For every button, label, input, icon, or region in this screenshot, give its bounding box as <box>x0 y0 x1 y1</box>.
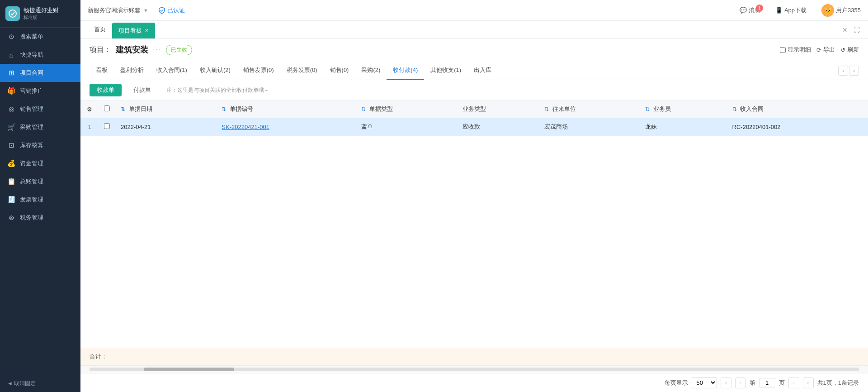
ledger-icon: 📋 <box>7 177 15 186</box>
column-income-contract-label: 收入合同 <box>740 105 764 112</box>
sidebar-item-search[interactable]: ⊙ 搜索菜单 <box>0 28 80 46</box>
app-download-button[interactable]: 📱 App下载 <box>775 6 807 14</box>
show-detail-checkbox[interactable]: 显示明细 <box>780 46 811 54</box>
row-income-contract: RC-20220401-002 <box>727 118 868 136</box>
sort-icon: ⇅ <box>361 106 366 112</box>
column-checkbox <box>99 100 115 118</box>
sidebar-item-quicknav[interactable]: ⌂ 快捷导航 <box>0 46 80 64</box>
subtab-kanban[interactable]: 看板 <box>90 61 114 80</box>
more-options-button[interactable]: ··· <box>153 46 161 54</box>
cart-icon: 🛒 <box>7 123 15 131</box>
maximize-window-button[interactable]: ⛶ <box>853 26 861 34</box>
prev-page-button[interactable]: ‹ <box>735 378 746 388</box>
page-size-select[interactable]: 50 100 200 <box>692 377 717 388</box>
close-tab-icon[interactable]: ✕ <box>145 28 149 33</box>
show-detail-input[interactable] <box>780 47 786 53</box>
sub-subtab-note: 注：这里是与项目关联的全部收付款单哦～ <box>166 86 269 94</box>
brand-name: 畅捷通好业财 <box>24 7 59 14</box>
subtab-sales-invoice[interactable]: 销售发票(0) <box>237 61 280 80</box>
certified-label: 已认证 <box>167 6 185 14</box>
sidebar-item-sales[interactable]: ◎ 销售管理 <box>0 100 80 118</box>
subtab-profit[interactable]: 盈利分析 <box>114 61 150 80</box>
sidebar-item-ledger[interactable]: 📋 总账管理 <box>0 172 80 191</box>
last-page-button[interactable]: » <box>803 378 814 388</box>
column-date[interactable]: ⇅ 单据日期 <box>115 100 216 118</box>
topbar: 新服务官网演示账套 ▼ 已认证 💬 消息 1 📱 App下载 <box>80 0 868 21</box>
subtab-prev-button[interactable]: ‹ <box>838 66 848 76</box>
subtab-next-button[interactable]: › <box>849 66 859 76</box>
export-icon: ⟳ <box>816 47 821 53</box>
horizontal-scrollbar[interactable] <box>80 365 868 373</box>
sidebar-item-inventory[interactable]: ⊡ 库存核算 <box>0 136 80 154</box>
row-checkbox[interactable] <box>99 118 115 136</box>
column-number[interactable]: ⇅ 单据编号 <box>216 100 356 118</box>
document-number-link[interactable]: SK-20220421-001 <box>222 124 269 130</box>
project-icon: ⊞ <box>7 69 15 77</box>
sidebar-item-funds[interactable]: 💰 资金管理 <box>0 154 80 172</box>
tab-home[interactable]: 首页 <box>88 21 112 38</box>
sidebar-item-label: 采购管理 <box>20 123 43 131</box>
funds-icon: 💰 <box>7 159 15 167</box>
page-number-input[interactable] <box>759 378 775 387</box>
settings-icon: ⚙ <box>87 106 92 113</box>
refresh-label: 刷新 <box>847 46 859 54</box>
column-settings[interactable]: ⚙ <box>80 100 99 118</box>
column-income-contract[interactable]: ⇅ 收入合同 <box>727 100 868 118</box>
subtab-income-contract[interactable]: 收入合同(1) <box>150 61 193 80</box>
export-button[interactable]: ⟳ 导出 <box>816 46 835 54</box>
subtab-purchase[interactable]: 采购(2) <box>355 61 387 80</box>
column-partner[interactable]: ⇅ 往来单位 <box>539 100 640 118</box>
project-actions: 显示明细 ⟳ 导出 ↺ 刷新 <box>780 46 859 54</box>
account-selector[interactable]: 新服务官网演示账套 ▼ <box>88 6 148 14</box>
subtab-other-income[interactable]: 其他收支(1) <box>424 61 467 80</box>
sidebar-item-invoice[interactable]: 🧾 发票管理 <box>0 191 80 209</box>
select-all-checkbox[interactable] <box>104 105 110 111</box>
sidebar-item-label: 库存核算 <box>20 141 43 149</box>
close-window-button[interactable]: ✕ <box>841 26 849 34</box>
project-status-badge: 已生效 <box>166 45 192 55</box>
subtab-inventory-label: 出入库 <box>474 66 491 74</box>
invoice-icon: 🧾 <box>7 196 15 204</box>
sidebar-item-project[interactable]: ⊞ 项目合同 <box>0 64 80 82</box>
scroll-thumb[interactable] <box>144 368 234 371</box>
payment-bill-tab[interactable]: 付款单 <box>126 84 158 96</box>
subtab-inventory[interactable]: 出入库 <box>467 61 498 80</box>
sidebar-item-marketing[interactable]: 🎁 营销推广 <box>0 82 80 100</box>
page-suffix: 页 <box>779 379 785 387</box>
user-menu-button[interactable]: 🐱 用户3355 <box>821 4 861 17</box>
subtab-tax-invoice[interactable]: 税务发票(0) <box>280 61 324 80</box>
chevron-down-icon: ▼ <box>143 8 148 13</box>
column-salesperson[interactable]: ⇅ 业务员 <box>640 100 726 118</box>
subtab-income-confirm[interactable]: 收入确认(2) <box>193 61 237 80</box>
subtab-sales-invoice-label: 销售发票(0) <box>243 66 274 74</box>
sidebar-unpin-button[interactable]: ◄ 取消固定 <box>0 375 80 392</box>
row-partner: 宏茂商场 <box>539 118 640 136</box>
refresh-button[interactable]: ↺ 刷新 <box>840 46 859 54</box>
sidebar-item-label: 税务管理 <box>20 214 43 222</box>
sidebar-item-purchase[interactable]: 🛒 采购管理 <box>0 118 80 136</box>
row-select-checkbox[interactable] <box>104 123 110 129</box>
project-header: 项目： 建筑安装 ··· 已生效 显示明细 ⟳ 导出 ↺ 刷新 <box>80 39 868 61</box>
home-icon: ⌂ <box>7 51 15 59</box>
app-download-label: App下载 <box>784 6 807 14</box>
sidebar-item-tax[interactable]: ⊗ 税务管理 <box>0 209 80 227</box>
tab-project-board-label: 项目看板 <box>118 27 142 35</box>
row-type: 蓝单 <box>356 118 457 136</box>
tabs-bar: 首页 项目看板 ✕ ✕ ⛶ <box>80 21 868 39</box>
tab-project-board[interactable]: 项目看板 ✕ <box>112 23 155 38</box>
first-page-button[interactable]: « <box>721 378 731 388</box>
next-page-button[interactable]: › <box>788 378 799 388</box>
message-button[interactable]: 💬 消息 1 <box>740 6 760 14</box>
sidebar-item-label: 快捷导航 <box>20 51 43 59</box>
message-icon: 💬 <box>740 7 747 14</box>
subtab-sales[interactable]: 销售(0) <box>324 61 355 80</box>
avatar: 🐱 <box>821 4 834 17</box>
subtab-receipt[interactable]: 收付款(4) <box>387 61 424 80</box>
sidebar-item-label: 搜索菜单 <box>20 33 43 41</box>
receipt-bill-tab[interactable]: 收款单 <box>90 84 122 96</box>
row-number-link[interactable]: SK-20220421-001 <box>216 118 356 136</box>
brand-sub: 标准版 <box>24 14 59 20</box>
column-type[interactable]: ⇅ 单据类型 <box>356 100 457 118</box>
table-footer: 合计： <box>80 348 868 365</box>
pagination: 每页显示 50 100 200 « ‹ 第 页 › » 共1页，1条记录 <box>80 373 868 392</box>
